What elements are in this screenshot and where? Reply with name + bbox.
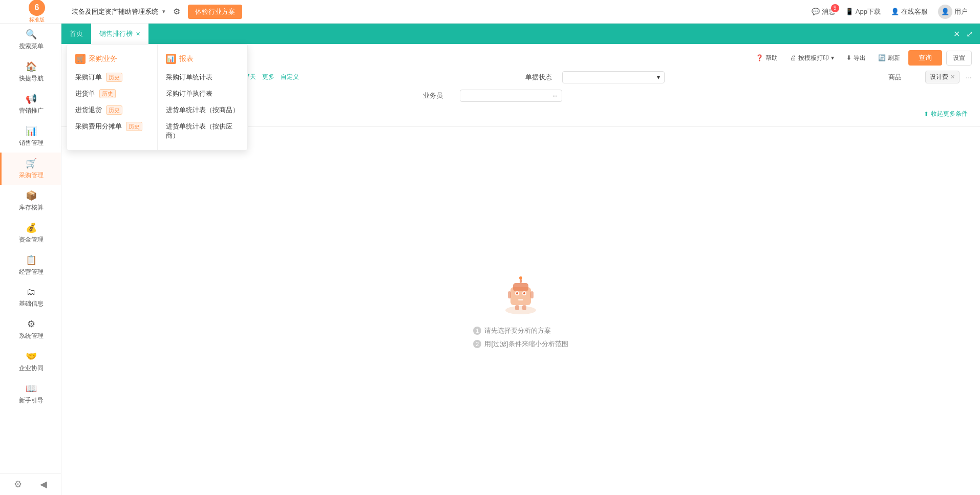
sidebar-label-operations: 经营管理 bbox=[19, 268, 44, 276]
top-right: 💬 消息 9 📱 App下载 👤 在线客服 👤 用户 bbox=[812, 5, 968, 19]
inventory-icon: 📦 bbox=[26, 190, 37, 201]
sidebar-item-marketing[interactable]: 📢 营销推广 bbox=[0, 88, 61, 120]
report-col-header: 📊 报表 bbox=[158, 51, 248, 69]
user-avatar: 👤 bbox=[938, 5, 952, 19]
purchase-col-header: 🛒 采购业务 bbox=[67, 51, 157, 69]
dropdown-item-po-stats[interactable]: 采购订单统计表 bbox=[158, 69, 248, 85]
print-btn[interactable]: 🖨 按模板打印 ▾ bbox=[786, 52, 838, 64]
dropdown-item-purchase-order[interactable]: 采购订单 历史 bbox=[67, 69, 157, 85]
app-icon: 📱 bbox=[845, 8, 854, 15]
po-exec-label: 采购订单执行表 bbox=[166, 89, 212, 98]
sales-icon: 📊 bbox=[26, 125, 37, 137]
dropdown-item-purchase-cost[interactable]: 采购费用分摊单 历史 bbox=[67, 118, 157, 135]
purchase-col: 🛒 采购业务 采购订单 历史 进货单 历史 进货退货 历史 采购费用分摊单 历史 bbox=[67, 45, 157, 150]
tab-close-all-btn[interactable]: ✕ bbox=[950, 24, 963, 44]
sidebar-settings-btn[interactable]: ⚙ bbox=[14, 479, 22, 490]
tab-sales-rank[interactable]: 销售排行榜 ✕ bbox=[91, 24, 148, 44]
user-btn[interactable]: 👤 用户 bbox=[938, 5, 968, 19]
goods-label: 商品 bbox=[888, 73, 919, 82]
sidebar-label-purchase: 采购管理 bbox=[19, 171, 44, 180]
dropdown-item-receipt-by-goods[interactable]: 进货单统计表（按商品） bbox=[158, 102, 248, 118]
sidebar-collapse-btn[interactable]: ◀ bbox=[40, 479, 47, 490]
sidebar-item-enterprise[interactable]: 🤝 企业协同 bbox=[0, 346, 61, 378]
print-dropdown-arrow[interactable]: ▾ bbox=[831, 54, 834, 61]
sidebar-label-search: 搜索菜单 bbox=[19, 42, 44, 51]
quick-custom-btn[interactable]: 自定义 bbox=[279, 72, 301, 82]
enterprise-icon: 🤝 bbox=[26, 351, 37, 362]
svg-rect-11 bbox=[522, 305, 526, 310]
sidebar-item-search[interactable]: 🔍 搜索菜单 bbox=[0, 24, 61, 56]
query-btn[interactable]: 查询 bbox=[908, 50, 942, 66]
sidebar-item-quick[interactable]: 🏠 快捷导航 bbox=[0, 56, 61, 88]
sidebar-label-marketing: 营销推广 bbox=[19, 106, 44, 115]
tab-close-icon[interactable]: ✕ bbox=[136, 31, 140, 37]
purchase-order-label: 采购订单 bbox=[75, 73, 102, 82]
sidebar-item-sales[interactable]: 📊 销售管理 bbox=[0, 120, 61, 153]
sidebar-item-inventory[interactable]: 📦 库存核算 bbox=[0, 185, 61, 217]
collapse-label: 收起更多条件 bbox=[931, 110, 968, 118]
tip-item-1: 1 请先选择要分析的方案 bbox=[473, 324, 568, 337]
tip-text-2: 用[过滤]条件来缩小分析范围 bbox=[484, 337, 568, 351]
dropdown-item-receipt-by-supplier[interactable]: 进货单统计表（按供应商） bbox=[158, 118, 248, 144]
logo-icon: 6 bbox=[29, 0, 45, 16]
logo-subtext: 标准版 bbox=[29, 16, 45, 24]
sidebar-label-system: 系统管理 bbox=[19, 332, 44, 340]
collapse-btn[interactable]: ⬆ 收起更多条件 bbox=[920, 107, 972, 120]
system-icon: ⚙ bbox=[27, 318, 35, 330]
online-service-btn[interactable]: 👤 在线客服 bbox=[891, 7, 928, 16]
filter-settings-btn[interactable]: 设置 bbox=[946, 51, 972, 66]
refresh-btn[interactable]: 🔄 刷新 bbox=[874, 52, 904, 64]
tip-text-1: 请先选择要分析的方案 bbox=[484, 324, 551, 337]
sidebar-item-system[interactable]: ⚙ 系统管理 bbox=[0, 313, 61, 346]
help-btn[interactable]: ❓ 帮助 bbox=[752, 52, 782, 64]
doc-status-label: 单据状态 bbox=[525, 73, 556, 82]
goods-return-history: 历史 bbox=[106, 105, 122, 115]
newbie-icon: 📖 bbox=[26, 383, 37, 394]
sidebar-item-operations[interactable]: 📋 经营管理 bbox=[0, 249, 61, 282]
quick-more-btn[interactable]: 更多 bbox=[260, 72, 276, 82]
export-btn[interactable]: ⬇ 导出 bbox=[842, 52, 870, 64]
po-stats-label: 采购订单统计表 bbox=[166, 73, 212, 82]
dropdown-item-goods-receipt[interactable]: 进货单 历史 bbox=[67, 85, 157, 102]
topbar-settings-btn[interactable]: ⚙ bbox=[169, 5, 184, 19]
tab-expand-btn[interactable]: ⤢ bbox=[963, 24, 976, 44]
sidebar-item-basic[interactable]: 🗂 基础信息 bbox=[0, 282, 61, 313]
report-col-icon: 📊 bbox=[166, 54, 176, 64]
purchase-cost-label: 采购费用分摊单 bbox=[75, 122, 122, 131]
goods-tag-text: 设计费 bbox=[930, 73, 948, 81]
receipt-by-goods-label: 进货单统计表（按商品） bbox=[166, 105, 239, 115]
svg-rect-7 bbox=[518, 299, 523, 300]
salesperson-select[interactable]: ··· bbox=[460, 90, 562, 102]
system-dropdown-arrow[interactable]: ▾ bbox=[162, 8, 165, 15]
report-col: 📊 报表 采购订单统计表 采购订单执行表 进货单统计表（按商品） 进货单统计表（… bbox=[157, 45, 248, 150]
sidebar-label-enterprise: 企业协同 bbox=[19, 364, 44, 373]
sidebar-item-finance[interactable]: 💰 资金管理 bbox=[0, 217, 61, 249]
industry-btn[interactable]: 体验行业方案 bbox=[188, 5, 242, 19]
empty-state: 1 请先选择要分析的方案 2 用[过滤]条件来缩小分析范围 bbox=[61, 127, 980, 495]
salesperson-dots: ··· bbox=[552, 92, 558, 99]
logo-area: 6 标准版 bbox=[6, 0, 68, 24]
app-download-btn[interactable]: 📱 App下载 bbox=[845, 7, 881, 16]
finance-icon: 💰 bbox=[26, 222, 37, 233]
purchase-col-icon: 🛒 bbox=[75, 54, 86, 64]
goods-return-label: 进货退货 bbox=[75, 105, 102, 115]
goods-tag-close[interactable]: ✕ bbox=[950, 74, 955, 80]
doc-status-select[interactable]: ▾ bbox=[562, 71, 665, 83]
sidebar: 🔍 搜索菜单 🏠 快捷导航 📢 营销推广 📊 销售管理 🛒 采购管理 📦 库存核… bbox=[0, 24, 61, 495]
marketing-icon: 📢 bbox=[26, 93, 37, 104]
sidebar-label-inventory: 库存核算 bbox=[19, 203, 44, 212]
collapse-icon: ⬆ bbox=[924, 111, 929, 118]
sidebar-item-purchase[interactable]: 🛒 采购管理 bbox=[0, 153, 61, 185]
dropdown-item-goods-return[interactable]: 进货退货 历史 bbox=[67, 102, 157, 118]
tab-sales-rank-label: 销售排行榜 bbox=[99, 29, 133, 38]
sidebar-item-newbie[interactable]: 📖 新手引导 bbox=[0, 378, 61, 410]
tab-home[interactable]: 首页 bbox=[61, 24, 91, 44]
goods-dots[interactable]: ··· bbox=[966, 73, 972, 81]
tab-bar-actions: ✕ ⤢ bbox=[950, 24, 980, 44]
refresh-icon: 🔄 bbox=[878, 54, 886, 61]
message-btn[interactable]: 💬 消息 9 bbox=[812, 7, 835, 16]
sidebar-label-newbie: 新手引导 bbox=[19, 396, 44, 405]
dropdown-item-po-exec[interactable]: 采购订单执行表 bbox=[158, 85, 248, 102]
svg-rect-12 bbox=[520, 279, 522, 283]
sidebar-label-finance: 资金管理 bbox=[19, 235, 44, 244]
